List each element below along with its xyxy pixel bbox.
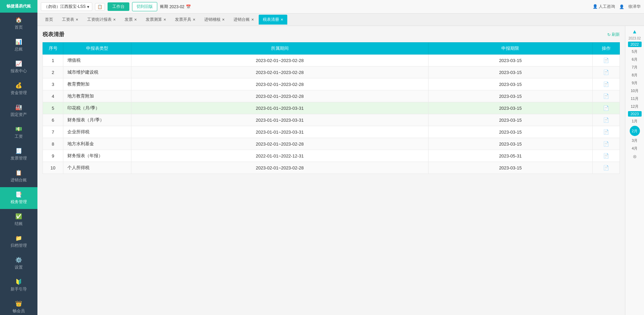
timeline-month-10[interactable]: 10月 [629,87,641,95]
timeline-year-2022: 2022 [628,42,642,47]
action-icon[interactable]: 📄 [603,81,609,87]
tab-tax-list[interactable]: 税表清册 ✕ [259,15,287,25]
company-name: （勿动）江西股宝-LSS [44,4,86,10]
tab-invoice-calc[interactable]: 发票测算 ✕ [142,15,170,25]
cell-action[interactable]: 📄 [593,126,620,138]
support-button[interactable]: 👤 人工咨询 [593,4,615,10]
tab-inout-ledger[interactable]: 进销台账 ✕ [229,15,258,25]
table-row: 8 地方水利基金 2023-02-01~2023-02-28 2023-03-1… [43,138,620,150]
cell-action[interactable]: 📄 [593,78,620,90]
action-icon[interactable]: 📄 [603,117,609,123]
tab-salary-report-close[interactable]: ✕ [113,18,116,21]
settings-icon: ⚙️ [15,257,22,263]
cell-action[interactable]: 📄 [593,150,620,162]
tab-salary-table-close[interactable]: ✕ [76,18,78,21]
tab-salary-report[interactable]: 工资统计报表 ✕ [83,15,120,25]
cell-no: 7 [43,126,63,138]
cell-type: 地方水利基金 [63,138,131,150]
company-selector[interactable]: （勿动）江西股宝-LSS ▾ [41,2,92,11]
sidebar-item-reports[interactable]: 📈 报表中心 [0,56,37,78]
action-icon[interactable]: 📄 [603,153,609,159]
sidebar-item-funds[interactable]: 💰 资金管理 [0,78,37,100]
sidebar-item-invoice[interactable]: 🧾 发票管理 [0,144,37,165]
action-icon[interactable]: 📄 [603,141,609,147]
cell-type: 增值税 [63,55,131,66]
period-label: 账期 [160,4,168,10]
tax-table: 序号 申报表类型 所属期间 申报期限 操作 1 增值税 2023-02-01~2… [43,42,620,174]
content-area: 税表清册 ↻ 刷新 序号 申报表类型 所属期间 申报期限 操作 [37,26,644,315]
member-icon: 👑 [15,300,22,307]
sidebar-item-guide[interactable]: 🔰 新手引导 [0,274,37,296]
sidebar-label-ledger: 总账 [15,46,23,52]
tab-invoice-open[interactable]: 发票开具 ✕ [171,15,199,25]
copy-button[interactable]: 📋 [95,3,105,11]
timeline-month-7[interactable]: 7月 [629,63,641,71]
timeline-month-2023-1[interactable]: 1月 [629,117,641,125]
tab-inout-ledger-close[interactable]: ✕ [251,18,254,21]
cell-action[interactable]: 📄 [593,162,620,174]
sidebar-item-archive[interactable]: 📁 归档管理 [0,231,37,253]
switch-old-button[interactable]: 切到旧版 [132,2,157,11]
timeline-up-nav[interactable]: ▲ [631,28,639,36]
tab-invoice-calc-close[interactable]: ✕ [163,18,166,21]
action-icon[interactable]: 📄 [603,165,609,170]
sidebar-item-member[interactable]: 👑 畅会员 [0,296,37,315]
sidebar-item-salary[interactable]: 💵 工资 [0,122,37,144]
main-area: （勿动）江西股宝-LSS ▾ 📋 工作台 切到旧版 账期 2023-02 📅 👤… [37,0,644,315]
salary-icon: 💵 [15,126,22,132]
timeline-month-12[interactable]: 12月 [629,103,641,110]
page-title: 税表清册 [43,31,64,38]
tab-tax-list-close[interactable]: ✕ [280,18,283,21]
sidebar-item-settings[interactable]: ⚙️ 设置 [0,253,37,274]
reports-icon: 📈 [15,60,22,67]
tab-inout-check[interactable]: 进销稽核 ✕ [200,15,229,25]
cell-period: 2023-02-01~2023-02-28 [131,138,429,150]
timeline-month-9[interactable]: 9月 [629,79,641,87]
workbench-button[interactable]: 工作台 [108,2,129,11]
action-icon[interactable]: 📄 [603,58,609,63]
calendar-icon: 📅 [186,4,191,9]
tab-inout-check-label: 进销稽核 [204,17,221,22]
table-row: 7 企业所得税 2023-01-01~2023-03-31 2023-03-15… [43,126,620,138]
cell-action[interactable]: 📄 [593,138,620,150]
tab-inout-check-close[interactable]: ✕ [222,18,225,21]
tab-invoice-close[interactable]: ✕ [134,18,137,21]
timeline-collapse-button[interactable]: ⊗ [633,154,637,159]
timeline-month-2023-3[interactable]: 3月 [629,137,641,145]
cell-action[interactable]: 📄 [593,90,620,102]
tab-invoice-open-close[interactable]: ✕ [193,18,195,21]
refresh-button[interactable]: ↻ 刷新 [607,32,620,38]
sidebar-label-settings: 设置 [15,265,23,270]
cell-deadline: 2023-03-15 [428,102,592,114]
timeline-month-6[interactable]: 6月 [629,56,641,63]
guide-icon: 🔰 [15,279,22,285]
timeline-month-11[interactable]: 11月 [629,95,641,103]
sidebar-item-inout[interactable]: 📋 进销台账 [0,165,37,187]
timeline-month-current[interactable]: 2月 [630,126,640,136]
cell-action[interactable]: 📄 [593,114,620,126]
sidebar-item-ledger[interactable]: 📊 总账 [0,34,37,56]
cell-action[interactable]: 📄 [593,102,620,114]
table-row: 1 增值税 2023-02-01~2023-02-28 2023-03-15 📄 [43,55,620,66]
timeline-month-8[interactable]: 8月 [629,71,641,79]
tab-invoice[interactable]: 发票 ✕ [120,15,141,25]
action-icon[interactable]: 📄 [603,93,609,99]
table-row: 5 印花税（月/季） 2023-01-01~2023-03-31 2023-03… [43,102,620,114]
action-icon[interactable]: 📄 [603,105,609,111]
cell-deadline: 2023-03-15 [428,66,592,78]
tab-salary-table[interactable]: 工资表 ✕ [58,15,82,25]
sidebar-item-home[interactable]: 🏠 首页 [0,13,37,34]
timeline-month-2023-4[interactable]: 4月 [629,145,641,152]
action-icon[interactable]: 📄 [603,70,609,75]
cell-period: 2022-01-01~2022-12-31 [131,150,429,162]
table-row: 9 财务报表（年报） 2022-01-01~2022-12-31 2023-05… [43,150,620,162]
action-icon[interactable]: 📄 [603,129,609,135]
timeline-month-5[interactable]: 5月 [629,48,641,56]
sidebar-item-assets[interactable]: 🏭 固定资产 [0,100,37,122]
sidebar-item-closing[interactable]: ✅ 结账 [0,209,37,231]
sidebar-item-tax[interactable]: 📑 税务管理 [0,187,37,209]
timeline-label: 2023.02 [628,36,641,40]
tab-home[interactable]: 首页 [41,15,57,25]
cell-action[interactable]: 📄 [593,55,620,66]
cell-action[interactable]: 📄 [593,66,620,78]
